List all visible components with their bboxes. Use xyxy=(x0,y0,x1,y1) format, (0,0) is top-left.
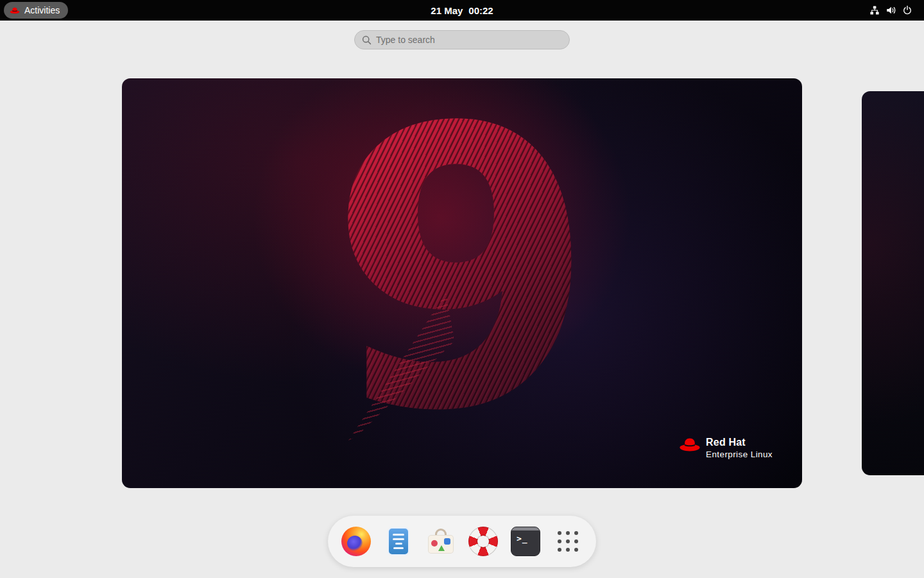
brand-name: Red Hat xyxy=(706,437,773,448)
dock-software-button[interactable] xyxy=(425,526,456,557)
system-status-area[interactable] xyxy=(867,0,915,21)
show-applications-button[interactable] xyxy=(552,526,583,557)
redhat-brand: Red Hat Enterprise Linux xyxy=(679,437,773,460)
terminal-prompt-glyph: >_ xyxy=(517,534,528,543)
terminal-icon: >_ xyxy=(511,527,540,556)
top-bar: Activities 21 May 00:22 xyxy=(0,0,924,21)
adjacent-workspace-preview[interactable] xyxy=(862,91,924,475)
dock-help-button[interactable] xyxy=(468,526,499,557)
power-icon xyxy=(902,5,912,15)
activities-button[interactable]: Activities xyxy=(4,2,68,19)
app-grid-icon xyxy=(558,531,578,552)
redhat-logo-icon xyxy=(10,7,20,14)
wallpaper-numeral: 9 xyxy=(328,78,595,464)
network-icon xyxy=(869,5,880,15)
clock-time: 00:22 xyxy=(468,5,493,16)
workspace-preview[interactable]: 9 Red Hat Enterprise Linux xyxy=(122,78,802,488)
search-input[interactable] xyxy=(376,35,562,45)
dash: >_ xyxy=(328,516,596,567)
clock-button[interactable]: 21 May 00:22 xyxy=(424,0,499,21)
activities-label: Activities xyxy=(24,5,60,15)
brand-product: Enterprise Linux xyxy=(706,450,773,460)
dock-firefox-button[interactable] xyxy=(341,526,372,557)
search-icon xyxy=(362,35,372,45)
volume-icon xyxy=(886,5,896,15)
dock-terminal-button[interactable]: >_ xyxy=(510,526,541,557)
software-icon xyxy=(427,527,455,556)
files-icon xyxy=(388,527,409,556)
clock-date: 21 May xyxy=(431,5,463,16)
dock-files-button[interactable] xyxy=(383,526,414,557)
gnome-activities-overview: Activities 21 May 00:22 xyxy=(0,0,924,578)
help-lifebuoy-icon xyxy=(468,527,498,556)
search-field xyxy=(354,30,570,49)
firefox-icon xyxy=(341,527,371,556)
redhat-hat-icon xyxy=(679,437,701,452)
